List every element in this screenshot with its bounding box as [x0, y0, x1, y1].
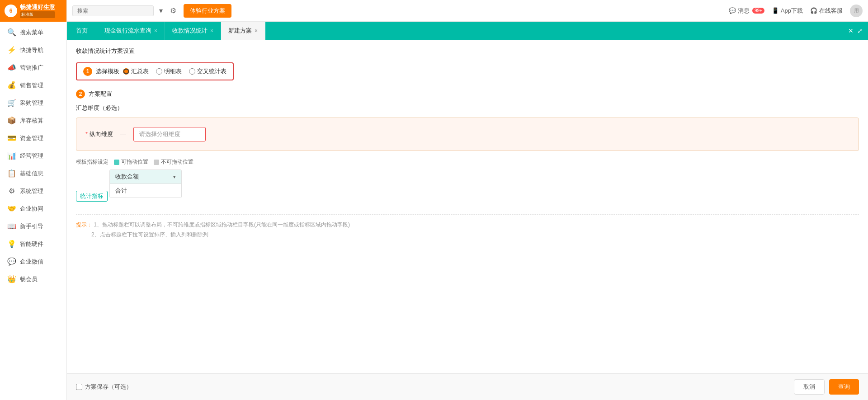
sidebar-item-label: 快捷导航: [20, 46, 43, 54]
sidebar-item-operations[interactable]: 📊 经营管理: [0, 147, 66, 165]
content-area: 收款情况统计方案设置 1 选择模板 汇总表: [67, 40, 868, 373]
header: ▾ ⚙ 体验行业方案 💬 消息 99+ 📱 App下载 🎧 在线客服 用: [67, 0, 868, 22]
dimension-select[interactable]: 请选择分组维度: [133, 127, 206, 141]
sidebar-item-basic-info[interactable]: 📋 基础信息: [0, 165, 66, 182]
sidebar-item-finance[interactable]: 💳 资金管理: [0, 129, 66, 147]
sidebar-item-label: 系统管理: [20, 187, 43, 195]
query-button[interactable]: 查询: [829, 379, 859, 395]
radio-summary-input[interactable]: [123, 68, 129, 75]
system-icon: ⚙: [7, 187, 16, 195]
logo-text: 畅捷通好生意: [20, 4, 55, 11]
logo-badge: 标准版: [20, 11, 55, 18]
footer-save: 方案保存（可选）: [76, 383, 132, 391]
message-button[interactable]: 💬 消息 99+: [729, 7, 764, 15]
member-icon: 👑: [7, 275, 16, 283]
draggable-indicator: 可拖动位置: [114, 158, 148, 166]
step2-title: 方案配置: [89, 90, 112, 98]
sidebar-item-purchase[interactable]: 🛒 采购管理: [0, 94, 66, 112]
sidebar-nav: 🔍 搜索菜单 ⚡ 快捷导航 📣 营销推广 💰 销售管理 🛒 采购管理 📦 库存核…: [0, 22, 66, 400]
column-dropdown-arrow[interactable]: ▾: [173, 174, 176, 180]
page-content: 收款情况统计方案设置 1 选择模板 汇总表: [67, 40, 868, 400]
page-title: 收款情况统计方案设置: [76, 47, 859, 55]
settings-icon[interactable]: ⚙: [168, 6, 178, 15]
search-menu-icon: 🔍: [7, 28, 16, 37]
message-label: 消息: [738, 7, 750, 15]
sidebar-item-label: 基础信息: [20, 169, 43, 178]
inventory-icon: 📦: [7, 116, 16, 125]
quicknav-icon: ⚡: [7, 46, 16, 54]
sidebar-item-marketing[interactable]: 📣 营销推广: [0, 59, 66, 76]
tab-maximize-button[interactable]: ⤢: [857, 27, 863, 34]
guide-icon: 📖: [7, 222, 16, 231]
radio-detail-input[interactable]: [156, 68, 162, 75]
radio-crosstab[interactable]: 交叉统计表: [189, 67, 226, 75]
sidebar-item-inventory[interactable]: 📦 库存核算: [0, 112, 66, 129]
sidebar-item-label: 销售管理: [20, 81, 43, 89]
header-dropdown-button[interactable]: ▾: [157, 6, 165, 15]
sidebar-item-label: 新手引导: [20, 222, 43, 231]
sidebar-item-member[interactable]: 👑 畅会员: [0, 270, 66, 288]
tab-home[interactable]: 首页: [67, 22, 97, 40]
radio-detail-label: 明细表: [164, 67, 182, 75]
tab-bank-flow[interactable]: 现金银行流水查询 ×: [97, 22, 165, 40]
sidebar-logo: 6 畅捷通好生意 标准版: [0, 0, 66, 22]
sidebar-item-quicknav[interactable]: ⚡ 快捷导航: [0, 41, 66, 59]
app-download-button[interactable]: 📱 App下载: [772, 7, 803, 15]
sidebar-item-label: 资金管理: [20, 134, 43, 142]
message-icon: 💬: [729, 7, 736, 14]
tab-receipt-stats[interactable]: 收款情况统计 ×: [165, 22, 221, 40]
cooperation-icon: 🤝: [7, 204, 16, 213]
sidebar-item-guide[interactable]: 📖 新手引导: [0, 217, 66, 235]
purchase-icon: 🛒: [7, 99, 16, 107]
dimension-row-label: * 纵向维度: [85, 130, 113, 138]
main-panel: ▾ ⚙ 体验行业方案 💬 消息 99+ 📱 App下载 🎧 在线客服 用 首: [67, 0, 868, 400]
tip2: 2、点击标题栏下拉可设置排序、插入列和删除列: [76, 230, 859, 240]
trial-button[interactable]: 体验行业方案: [184, 4, 231, 18]
sidebar-item-label: 畅会员: [20, 275, 38, 283]
operations-icon: 📊: [7, 151, 16, 160]
radio-crosstab-input[interactable]: [189, 68, 195, 75]
tab-receipt-stats-close[interactable]: ×: [210, 28, 213, 34]
online-service-button[interactable]: 🎧 在线客服: [810, 7, 843, 15]
tab-close-all-button[interactable]: ✕: [848, 27, 854, 34]
dimension-row: * 纵向维度 — 请选择分组维度: [85, 127, 849, 141]
step1-title: 选择模板: [96, 67, 119, 75]
save-checkbox[interactable]: [76, 384, 82, 390]
cancel-button[interactable]: 取消: [794, 379, 825, 395]
user-avatar[interactable]: 用: [850, 5, 863, 17]
sidebar-item-cooperation[interactable]: 🤝 企业协同: [0, 200, 66, 217]
header-right: 💬 消息 99+ 📱 App下载 🎧 在线客服 用: [729, 5, 863, 17]
dimension-arrow: —: [120, 131, 126, 138]
sidebar-item-label: 搜索菜单: [20, 28, 43, 37]
save-label: 方案保存（可选）: [85, 383, 132, 391]
tab-new-plan-close[interactable]: ×: [255, 28, 258, 34]
metrics-header: 模板指标设定 可拖动位置 不可拖动位置: [76, 158, 859, 166]
radio-detail[interactable]: 明细表: [156, 67, 182, 75]
footer: 方案保存（可选） 取消 查询: [67, 373, 868, 400]
metrics-table-wrapper: 统计指标 收款金额 ▾ 合计: [76, 169, 859, 205]
tab-new-plan[interactable]: 新建方案 ×: [221, 22, 265, 40]
sidebar-item-label: 采购管理: [20, 99, 43, 107]
step2-section: 2 方案配置 汇总维度（必选） * 纵向维度 — 请: [76, 89, 859, 240]
sidebar-item-hardware[interactable]: 💡 智能硬件: [0, 235, 66, 253]
header-search-input[interactable]: [72, 5, 154, 16]
metrics-section: 模板指标设定 可拖动位置 不可拖动位置 统计指标: [76, 158, 859, 205]
sidebar-item-system[interactable]: ⚙ 系统管理: [0, 182, 66, 200]
metrics-column-header[interactable]: 收款金额 ▾: [110, 170, 181, 184]
sidebar-item-wechat[interactable]: 💬 企业微信: [0, 253, 66, 270]
draggable-icon: [114, 160, 119, 165]
radio-crosstab-label: 交叉统计表: [197, 67, 226, 75]
sidebar-item-sales[interactable]: 💰 销售管理: [0, 76, 66, 94]
service-label: 在线客服: [819, 7, 843, 15]
marketing-icon: 📣: [7, 63, 16, 72]
radio-summary[interactable]: 汇总表: [123, 67, 149, 75]
sidebar-item-label: 经营管理: [20, 152, 43, 160]
tab-bank-flow-close[interactable]: ×: [154, 28, 157, 34]
finance-icon: 💳: [7, 134, 16, 142]
step2-number: 2: [76, 89, 85, 99]
metrics-title: 模板指标设定: [76, 158, 108, 166]
stats-indicator-label: 统计指标: [76, 191, 108, 202]
tab-bank-flow-label: 现金银行流水查询: [104, 27, 151, 35]
sidebar-item-search[interactable]: 🔍 搜索菜单: [0, 24, 66, 41]
download-icon: 📱: [772, 7, 779, 14]
